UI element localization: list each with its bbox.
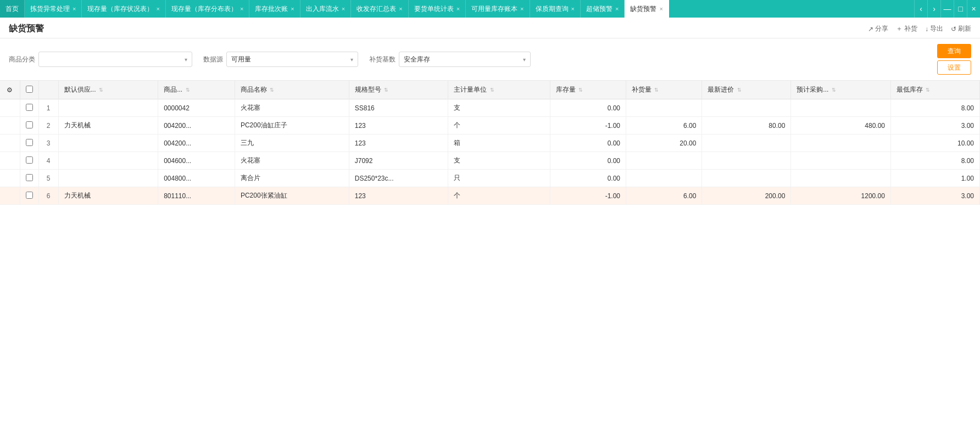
row-checkbox-4[interactable] [20, 170, 38, 187]
close-tab-shortage[interactable]: × [659, 5, 662, 12]
category-chevron-icon: ▾ [185, 57, 187, 63]
close-tab-stock-dist[interactable]: × [240, 5, 243, 12]
col-checkbox[interactable] [20, 81, 38, 99]
sort-supplier-icon[interactable]: ⇅ [99, 87, 103, 93]
row-checkbox-5[interactable] [20, 187, 38, 205]
row-unit-0: 支 [448, 99, 550, 117]
tab-nav-buttons: ‹ › — □ × [914, 0, 980, 18]
query-button[interactable]: 查询 [937, 44, 971, 58]
export-action[interactable]: ↓ 导出 [925, 24, 943, 33]
settings-button[interactable]: 设置 [937, 60, 971, 75]
tab-inout[interactable]: 出入库流水 × [300, 0, 351, 18]
row-stock-1: -1.00 [550, 117, 626, 135]
row-stock-0: 0.00 [550, 99, 626, 117]
sort-replenish-icon[interactable]: ⇅ [654, 87, 659, 93]
tab-stock-status[interactable]: 现存量（库存状况表） × [82, 0, 165, 18]
sort-price-icon[interactable]: ⇅ [737, 87, 742, 93]
col-stock: 库存量 ⇅ [550, 81, 626, 99]
page-title: 缺货预警 [9, 23, 44, 35]
tab-minimize-button[interactable]: — [940, 0, 954, 18]
row-name-0: 火花塞 [235, 99, 349, 117]
row-replenish-0 [626, 99, 702, 117]
row-checkbox-2[interactable] [20, 135, 38, 152]
close-tab-batch[interactable]: × [291, 5, 294, 12]
row-spec-3: J7092 [349, 152, 448, 170]
row-supplier-1: 力天机械 [58, 117, 158, 135]
sort-min-icon[interactable]: ⇅ [926, 87, 930, 93]
table-row[interactable]: 1 0000042 火花塞 SS816 支 0.00 8.00 [0, 99, 980, 117]
row-check-3[interactable] [26, 156, 33, 164]
tab-available[interactable]: 可用量库存账本 × [466, 0, 530, 18]
category-select[interactable]: ▾ [38, 52, 192, 67]
col-product-code-label: 商品... [164, 86, 182, 93]
col-settings[interactable]: ⚙ [0, 81, 20, 99]
row-checkbox-1[interactable] [20, 117, 38, 135]
close-tab-collection[interactable]: × [399, 5, 402, 12]
row-check-1[interactable] [26, 121, 33, 128]
row-price-4 [702, 170, 791, 187]
sort-name-icon[interactable]: ⇅ [270, 87, 274, 93]
tab-collection[interactable]: 收发存汇总表 × [351, 0, 408, 18]
row-spec-5: 123 [349, 187, 448, 205]
tab-bar: 首页 拣货异常处理 × 现存量（库存状况表） × 现存量（库存分布表） × 库存… [0, 0, 980, 18]
col-latest-price: 最新进价 ⇅ [702, 81, 791, 99]
row-check-0[interactable] [26, 104, 33, 111]
refresh-action[interactable]: ↺ 刷新 [951, 24, 971, 33]
sort-stock-icon[interactable]: ⇅ [578, 87, 583, 93]
row-checkbox-0[interactable] [20, 99, 38, 117]
table-row[interactable]: 6 力天机械 801110... PC200张紧油缸 123 个 -1.00 6… [0, 187, 980, 205]
close-tab-available[interactable]: × [520, 5, 524, 12]
row-settings-2 [0, 135, 20, 152]
close-tab-inout[interactable]: × [342, 5, 345, 12]
tab-home[interactable]: 首页 [0, 0, 25, 18]
sort-code-icon[interactable]: ⇅ [186, 87, 190, 93]
sort-spec-icon[interactable]: ⇅ [384, 87, 388, 93]
row-spec-0: SS816 [349, 99, 448, 117]
row-checkbox-3[interactable] [20, 152, 38, 170]
row-supplier-0 [58, 99, 158, 117]
tab-batch[interactable]: 库存批次账 × [249, 0, 300, 18]
close-tab-stock-status[interactable]: × [156, 5, 159, 12]
close-tab-demand[interactable]: × [456, 5, 460, 12]
tab-maximize-button[interactable]: □ [954, 0, 967, 18]
tab-close-all-button[interactable]: × [967, 0, 980, 18]
export-label: 导出 [930, 24, 943, 33]
row-code-2: 004200... [158, 135, 235, 152]
datasource-value: 可用量 [231, 55, 251, 64]
tab-prev-button[interactable]: ‹ [914, 0, 927, 18]
datasource-select[interactable]: 可用量 ▾ [226, 52, 358, 67]
table-row[interactable]: 4 004600... 火花塞 J7092 支 0.00 8.00 [0, 152, 980, 170]
table-row[interactable]: 2 力天机械 004200... PC200油缸庄子 123 个 -1.00 6… [0, 117, 980, 135]
share-action[interactable]: ↗ 分享 [868, 24, 888, 33]
table-row[interactable]: 5 004800... 离合片 DS250*23c... 只 0.00 1.00 [0, 170, 980, 187]
tab-expiry[interactable]: 保质期查询 × [530, 0, 581, 18]
tab-exception[interactable]: 拣货异常处理 × [25, 0, 82, 18]
sort-est-icon[interactable]: ⇅ [832, 87, 836, 93]
replenish-action[interactable]: ＋ 补货 [896, 24, 917, 33]
tab-demand[interactable]: 要货单统计表 × [409, 0, 466, 18]
close-tab-exception[interactable]: × [73, 5, 76, 12]
main-content: 缺货预警 ↗ 分享 ＋ 补货 ↓ 导出 ↺ 刷新 商品分类 [0, 18, 980, 437]
select-all-checkbox[interactable] [26, 86, 33, 93]
row-price-1: 80.00 [702, 117, 791, 135]
sort-unit-icon[interactable]: ⇅ [490, 87, 494, 93]
row-check-4[interactable] [26, 174, 33, 181]
row-stock-4: 0.00 [550, 170, 626, 187]
gear-icon[interactable]: ⚙ [7, 86, 13, 94]
close-tab-overstock[interactable]: × [615, 5, 619, 12]
row-unit-3: 支 [448, 152, 550, 170]
row-unit-4: 只 [448, 170, 550, 187]
close-tab-expiry[interactable]: × [571, 5, 575, 12]
tab-stock-dist[interactable]: 现存量（库存分布表） × [166, 0, 249, 18]
row-settings-3 [0, 152, 20, 170]
col-est-purchase-label: 预计采购... [797, 86, 828, 93]
col-min-stock-label: 最低库存 [897, 86, 923, 93]
table-row[interactable]: 3 004200... 三九 123 箱 0.00 20.00 10.00 [0, 135, 980, 152]
tab-shortage[interactable]: 缺货预警 × [625, 0, 669, 18]
row-check-5[interactable] [26, 192, 33, 199]
row-check-2[interactable] [26, 139, 33, 146]
tab-overstock[interactable]: 超储预警 × [581, 0, 625, 18]
tab-next-button[interactable]: › [927, 0, 940, 18]
header-actions: ↗ 分享 ＋ 补货 ↓ 导出 ↺ 刷新 [868, 24, 971, 33]
replenish-base-select[interactable]: 安全库存 ▾ [399, 52, 531, 67]
